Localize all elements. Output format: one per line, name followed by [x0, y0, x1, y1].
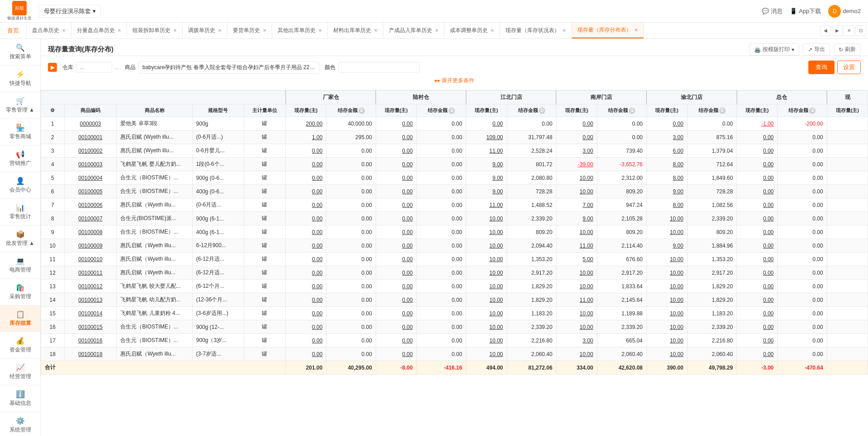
ecommerce-icon: 💻: [2, 257, 38, 265]
tab-prev-btn[interactable]: ◀: [820, 25, 831, 36]
tab-qtachu[interactable]: 其他出库单历史 ✕: [272, 23, 328, 38]
row-value: 0.00: [737, 307, 778, 320]
tab-cailiaochuku[interactable]: 材料出库单历史 ✕: [328, 23, 383, 38]
sidebar-item-purchase[interactable]: 🛍️ 采购管理: [0, 279, 40, 305]
expand-conditions-btn[interactable]: ▾▾ 展开更多条件: [434, 77, 474, 84]
tab-close-qtachu[interactable]: ✕: [318, 28, 322, 33]
sidebar-item-members[interactable]: 👤 会员中心: [0, 172, 40, 199]
print-btn[interactable]: 🖨️ 按模版打印 ▾: [749, 43, 799, 56]
user-area[interactable]: D demo2: [828, 5, 861, 18]
tab-diaobo[interactable]: 调拨单历史 ✕: [183, 23, 227, 38]
tab-home[interactable]: 首页: [0, 23, 27, 38]
row-value: 10.00: [466, 334, 507, 347]
sidebar-item-retail-stats[interactable]: 📊 零售统计: [0, 199, 40, 225]
tab-close-xiancun-status[interactable]: ✕: [562, 28, 566, 33]
col-lucun-amt: 结存金额①: [416, 104, 466, 117]
sidebar-item-system[interactable]: ⚙️ 系统管理: [0, 412, 40, 436]
row-value: 0.00: [376, 158, 416, 171]
row-name: 惠氏启赋 (Wyeth illu...: [117, 131, 192, 144]
msg-btn[interactable]: 💬 消息: [762, 7, 783, 15]
tab-close-pandian[interactable]: ✕: [62, 28, 66, 33]
row-value: [827, 334, 868, 347]
jiangbei-info-icon[interactable]: ①: [539, 108, 545, 114]
tab-expand-btn[interactable]: ⊡: [855, 25, 866, 36]
tab-yaohuo[interactable]: 要货单历史 ✕: [227, 23, 272, 38]
row-value: 9.00: [646, 185, 687, 198]
tab-close-diaobo[interactable]: ✕: [218, 28, 222, 33]
quicknav-icon: ⚡: [2, 70, 38, 79]
row-code: 00100003: [64, 158, 117, 171]
col-group-zongcang: 总仓: [737, 91, 827, 104]
row-value: 0.00: [416, 347, 466, 361]
tab-close-fenpandian[interactable]: ✕: [118, 28, 121, 33]
warehouse-dots[interactable]: ...: [115, 64, 119, 70]
tab-fenpandian[interactable]: 分量盘点单历史 ✕: [71, 23, 127, 38]
row-value: 10.00: [466, 212, 507, 225]
search-btn[interactable]: 查询: [808, 61, 835, 74]
row-value: 0.00: [737, 144, 778, 158]
tab-close-all-btn[interactable]: ✕: [844, 25, 854, 36]
tab-close-zuzhang[interactable]: ✕: [173, 28, 177, 33]
search-icon: 🔍: [2, 43, 38, 52]
row-value: 0.00: [286, 334, 326, 347]
zongcang-info-icon[interactable]: ①: [809, 108, 816, 114]
row-value: 1,829.20: [507, 280, 556, 293]
row-value: 109.00: [466, 131, 507, 144]
tab-close-yaohuo[interactable]: ✕: [263, 28, 266, 33]
warehouse-input[interactable]: [76, 62, 112, 73]
tab-pandian[interactable]: 盘点单历史 ✕: [27, 23, 71, 38]
operations-icon: 📈: [2, 363, 38, 372]
sidebar-item-wholesale[interactable]: 📦 批发管理 ▲: [0, 225, 40, 252]
col-nanan-qty: 现存量(主): [556, 104, 597, 117]
sidebar-item-marketing[interactable]: 📢 营销推广: [0, 145, 40, 172]
yubei-info-icon[interactable]: ①: [719, 108, 726, 114]
row-value: 10.00: [556, 185, 597, 198]
sidebar-item-inventory[interactable]: 📋 库存核算: [0, 305, 40, 332]
tab-zuzhang[interactable]: 组装拆卸单历史 ✕: [127, 23, 183, 38]
row-unit: 罐: [244, 280, 286, 293]
row-code: 00100004: [64, 171, 117, 185]
col-spec: 规格型号: [192, 104, 244, 117]
tab-chanchengruku[interactable]: 产成品入库单历史 ✕: [383, 23, 444, 38]
tab-next-btn[interactable]: ▶: [832, 25, 843, 36]
tab-close-chengtiao[interactable]: ✕: [491, 28, 494, 33]
sidebar-item-quicknav[interactable]: ⚡ 快捷导航: [0, 66, 40, 92]
tab-close-xiancun-dist[interactable]: ✕: [634, 28, 638, 33]
filter-toggle-btn[interactable]: ▶: [48, 63, 57, 72]
tab-close-chanchengruku[interactable]: ✕: [435, 28, 439, 33]
row-name: 合生元（BIOSTIME）...: [117, 171, 192, 185]
sidebar-item-search[interactable]: 🔍 搜索英单: [0, 39, 40, 66]
row-value: 0.00: [326, 253, 376, 266]
tab-xiancunliang-dist[interactable]: 现存量（库存分布表） ✕: [572, 23, 644, 38]
nanan-info-icon[interactable]: ①: [629, 108, 635, 114]
row-code: 00100008: [64, 225, 117, 239]
lucun-info-icon[interactable]: ①: [448, 108, 455, 114]
tab-chengtiao[interactable]: 成本调整单历史 ✕: [444, 23, 500, 38]
sidebar-item-retail-mall[interactable]: 🏪 零售商城: [0, 119, 40, 145]
refresh-icon: ↻: [839, 47, 843, 53]
setting-btn[interactable]: 设置: [837, 61, 861, 74]
table-row: 1400100013飞鹤星飞帆 幼儿配方奶...(12-36个月...罐0.00…: [41, 293, 868, 307]
row-value: [827, 280, 868, 293]
tab-xiancunliang-status[interactable]: 现存量（库存状况表） ✕: [500, 23, 572, 38]
sidebar-item-basic-info[interactable]: ℹ️ 基础信息: [0, 385, 40, 412]
goods-input[interactable]: babycare孕妇待产包 春季入院全套母子组合孕妇产后冬季月子用品 22件套 …: [138, 61, 319, 74]
sidebar-item-finance[interactable]: 💰 资金管理: [0, 332, 40, 359]
sidebar-item-retail-mgmt[interactable]: 🛒 零售管理 ▲: [0, 92, 40, 119]
export-btn[interactable]: ↗ 导出: [803, 43, 830, 56]
table-container[interactable]: 厂家仓 陆村仓 江北门店 南岸门店 渝北门店 总仓 现 ⚙ 商品编码 商品名称 …: [41, 90, 868, 436]
row-value: 0.00: [737, 320, 778, 334]
sidebar-item-operations[interactable]: 📈 经营管理: [0, 359, 40, 385]
changfeng-info-icon[interactable]: ①: [359, 108, 365, 114]
color-input[interactable]: [338, 62, 420, 73]
refresh-btn[interactable]: ↻ 刷新: [834, 43, 861, 56]
row-value: 1,353.20: [687, 253, 736, 266]
industry-select[interactable]: 母婴行业演示陈套 ▾: [39, 5, 101, 18]
sidebar-item-ecommerce[interactable]: 💻 电商管理: [0, 252, 40, 279]
app-download-btn[interactable]: 📱 App下载: [790, 7, 821, 15]
row-unit: 罐: [244, 212, 286, 225]
col-group-empty: [41, 91, 286, 104]
tab-close-cailiaochuku[interactable]: ✕: [374, 28, 377, 33]
row-value: 0.00: [778, 253, 827, 266]
row-value: 1,082.56: [687, 198, 736, 212]
